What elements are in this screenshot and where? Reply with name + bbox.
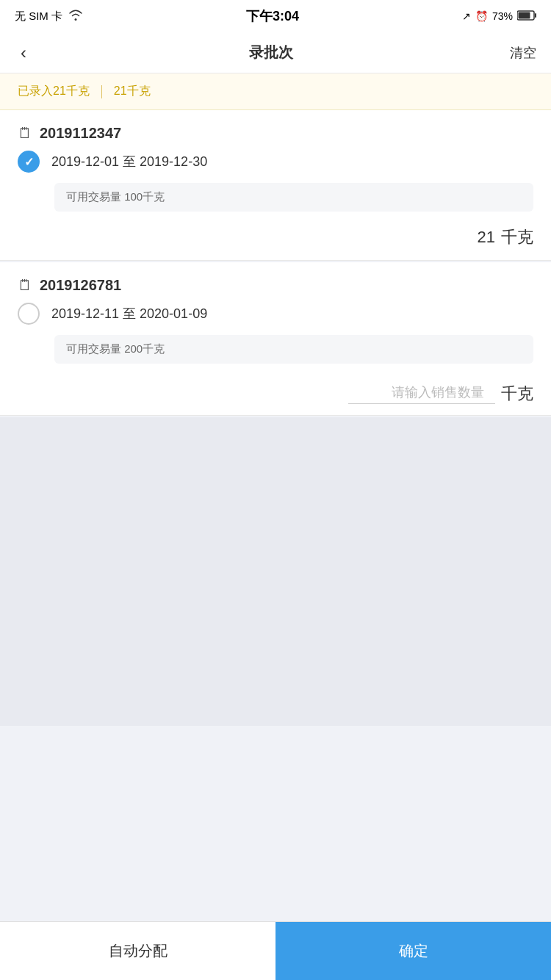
batch-1-dates: 2019-12-01 至 2019-12-30 — [51, 153, 207, 170]
battery-label: 73% — [492, 10, 513, 22]
batch-2-radio[interactable] — [18, 303, 40, 325]
back-button[interactable]: ‹ — [15, 40, 32, 66]
batch-2-qty-input[interactable] — [348, 383, 495, 404]
svg-rect-2 — [535, 13, 536, 18]
confirm-button[interactable]: 确定 — [276, 922, 551, 980]
battery-icon — [517, 10, 536, 23]
batch-1-amount-value: 21 — [478, 228, 495, 247]
batch-card-1: 🗒 2019112347 ✓ 2019-12-01 至 2019-12-30 可… — [0, 110, 551, 261]
auto-assign-button[interactable]: 自动分配 — [0, 922, 276, 980]
summary-banner: 已录入21千克 21千克 — [0, 73, 551, 110]
recorded-amount-label: 21千克 — [114, 84, 151, 99]
batch-1-amount-unit: 千克 — [501, 226, 533, 248]
batch-1-avail: 可用交易量 100千克 — [54, 183, 533, 212]
batch-2-input-row: 千克 — [0, 372, 551, 416]
batch-card-2: 🗒 2019126781 2019-12-11 至 2020-01-09 可用交… — [0, 262, 551, 416]
status-right: ↗ ⏰ 73% — [462, 10, 536, 23]
alarm-icon: ⏰ — [475, 10, 488, 22]
batch-2-icon: 🗒 — [18, 277, 32, 294]
batch-1-row[interactable]: ✓ 2019-12-01 至 2019-12-30 — [0, 148, 551, 183]
status-bar: 无 SIM 卡 下午3:04 ↗ ⏰ 73% — [0, 0, 551, 32]
batch-1-amount-row: 21 千克 — [0, 220, 551, 261]
location-icon: ↗ — [462, 10, 471, 22]
batch-2-dates: 2019-12-11 至 2020-01-09 — [51, 305, 207, 323]
status-time: 下午3:04 — [246, 7, 299, 25]
clear-button[interactable]: 清空 — [510, 44, 536, 62]
batch-1-header: 🗒 2019112347 — [0, 110, 551, 148]
batch-1-id: 2019112347 — [40, 125, 121, 142]
batch-2-unit: 千克 — [501, 383, 533, 405]
status-left: 无 SIM 卡 — [15, 10, 83, 24]
sim-label: 无 SIM 卡 — [15, 10, 62, 24]
batch-1-radio[interactable]: ✓ — [18, 151, 40, 173]
nav-bar: ‹ 录批次 清空 — [0, 32, 551, 73]
wifi-icon — [68, 10, 83, 23]
batch-2-header: 🗒 2019126781 — [0, 262, 551, 300]
already-recorded-label: 已录入21千克 — [18, 84, 90, 99]
batch-2-id: 2019126781 — [40, 277, 121, 294]
empty-area — [0, 417, 551, 726]
batch-2-row[interactable]: 2019-12-11 至 2020-01-09 — [0, 300, 551, 335]
page-title: 录批次 — [249, 43, 293, 62]
check-icon: ✓ — [24, 155, 34, 169]
summary-divider — [101, 85, 102, 98]
batch-2-avail: 可用交易量 200千克 — [54, 335, 533, 364]
bottom-bar: 自动分配 确定 — [0, 921, 551, 980]
batch-1-icon: 🗒 — [18, 125, 32, 142]
svg-rect-1 — [518, 12, 530, 18]
